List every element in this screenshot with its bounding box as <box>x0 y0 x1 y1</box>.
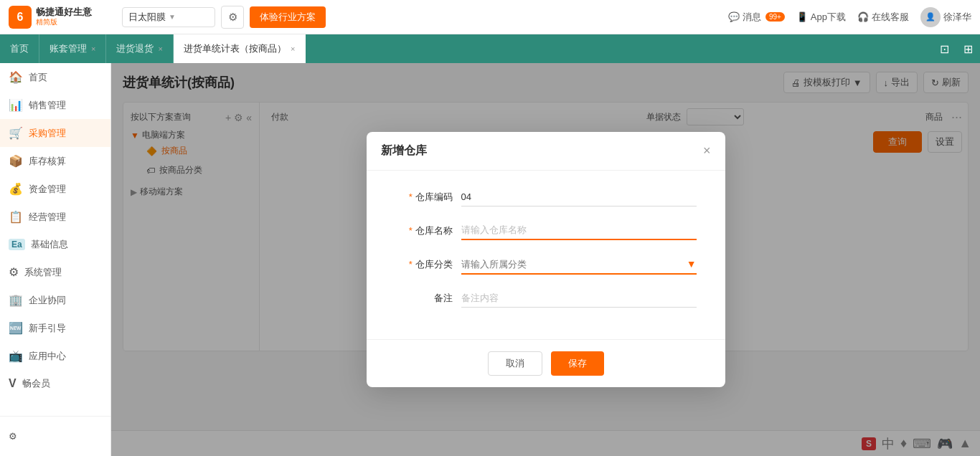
brand-name: 畅捷通好生意 <box>36 6 92 18</box>
note-input[interactable] <box>461 289 697 308</box>
sidebar-item-inventory[interactable]: 📦 库存核算 <box>0 147 110 175</box>
vip-icon: V <box>9 377 17 390</box>
finance-icon: 💰 <box>9 182 23 196</box>
sales-icon: 📊 <box>9 98 23 112</box>
basic-info-icon: Ea <box>9 239 25 250</box>
cancel-button[interactable]: 取消 <box>488 351 542 376</box>
settings-bottom-icon: ⚙ <box>9 431 17 442</box>
sidebar-item-basic-info[interactable]: Ea 基础信息 <box>0 231 110 258</box>
code-input[interactable] <box>461 188 697 206</box>
new-warehouse-modal: 新增仓库 × 仓库编码 仓库名称 仓库 <box>367 132 725 387</box>
sidebar-item-operation-label: 经营管理 <box>29 211 66 224</box>
sidebar-item-app-center-label: 应用中心 <box>29 350 66 363</box>
name-label: 仓库名称 <box>395 224 453 237</box>
guide-icon: 🆕 <box>9 321 23 335</box>
sidebar-item-operation[interactable]: 📋 经营管理 <box>0 203 110 231</box>
app-download-item[interactable]: 📱 App下载 <box>796 11 846 24</box>
user-item[interactable]: 👤 徐泽华 <box>920 7 971 27</box>
tab-purchase-stat-label: 进货单统计表（按商品） <box>184 42 286 55</box>
inventory-icon: 📦 <box>9 154 23 168</box>
tab-bar: 首页 账套管理 × 进货退货 × 进货单统计表（按商品） × ⊡ ⊞ <box>0 34 980 63</box>
modal-header: 新增仓库 × <box>367 132 725 171</box>
tab-right-buttons: ⊡ ⊞ <box>933 42 980 56</box>
tab-home-label: 首页 <box>10 42 29 55</box>
form-row-note: 备注 <box>395 289 697 308</box>
content-area: 进货单统计(按商品) 🖨 按模板打印 ▼ ↓ 导出 ↻ 刷新 <box>111 63 980 456</box>
sidebar-item-finance-label: 资金管理 <box>29 183 66 196</box>
messages-item[interactable]: 💬 消息 99+ <box>728 11 785 24</box>
purchase-icon: 🛒 <box>9 126 23 140</box>
tab-purchase-return-close[interactable]: × <box>158 44 162 53</box>
modal-footer: 取消 保存 <box>367 339 725 387</box>
sidebar-item-system[interactable]: ⚙ 系统管理 <box>0 258 110 286</box>
tab-purchase-return-label: 进货退货 <box>116 42 154 55</box>
name-input[interactable] <box>461 221 697 240</box>
headset-icon: 🎧 <box>857 11 869 22</box>
store-arrow-icon: ▼ <box>169 13 176 21</box>
app-download-icon: 📱 <box>796 11 808 22</box>
tab-purchase-stat[interactable]: 进货单统计表（按商品） × <box>174 34 306 63</box>
sidebar-item-app-center[interactable]: 📺 应用中心 <box>0 342 110 370</box>
home-icon: 🏠 <box>9 70 23 84</box>
sidebar-item-purchase-label: 采购管理 <box>29 127 66 140</box>
message-icon: 💬 <box>728 11 740 22</box>
enterprise-icon: 🏢 <box>9 293 23 307</box>
settings-icon[interactable]: ⚙ <box>221 6 244 29</box>
user-avatar-icon: 👤 <box>925 12 936 22</box>
sidebar-item-guide-label: 新手引导 <box>29 322 66 335</box>
sidebar-item-home-label: 首页 <box>29 71 47 84</box>
sidebar-item-purchase[interactable]: 🛒 采购管理 <box>0 119 110 147</box>
sidebar: 🏠 首页 📊 销售管理 🛒 采购管理 📦 库存核算 💰 资金管理 📋 经营管理 … <box>0 63 111 456</box>
online-service-label: 在线客服 <box>872 11 909 24</box>
sidebar-bottom-settings[interactable]: ⚙ <box>0 424 110 449</box>
note-label: 备注 <box>395 292 453 305</box>
sidebar-item-enterprise-label: 企业协同 <box>29 294 66 307</box>
main-layout: 🏠 首页 📊 销售管理 🛒 采购管理 📦 库存核算 💰 资金管理 📋 经营管理 … <box>0 63 980 456</box>
code-label: 仓库编码 <box>395 191 453 204</box>
store-name: 日太阳膜 <box>128 11 166 24</box>
tab-expand-icon[interactable]: ⊞ <box>956 42 980 56</box>
tab-account-label: 账套管理 <box>50 42 87 55</box>
app-download-label: App下载 <box>811 11 846 24</box>
online-service-item[interactable]: 🎧 在线客服 <box>857 11 909 24</box>
modal-title: 新增仓库 <box>381 143 427 158</box>
tab-restore-icon[interactable]: ⊡ <box>933 42 956 56</box>
app-center-icon: 📺 <box>9 349 23 363</box>
operation-icon: 📋 <box>9 210 23 224</box>
header-right: 💬 消息 99+ 📱 App下载 🎧 在线客服 👤 徐泽华 <box>728 7 971 27</box>
tab-purchase-stat-close[interactable]: × <box>291 44 295 53</box>
sidebar-item-enterprise[interactable]: 🏢 企业协同 <box>0 286 110 314</box>
store-selector[interactable]: 日太阳膜 ▼ <box>122 7 215 27</box>
messages-label: 消息 <box>743 11 761 24</box>
tab-account-close[interactable]: × <box>91 44 95 53</box>
sidebar-item-home[interactable]: 🏠 首页 <box>0 63 110 91</box>
trial-button[interactable]: 体验行业方案 <box>250 6 326 28</box>
sidebar-item-vip[interactable]: V 畅会员 <box>0 370 110 397</box>
form-row-name: 仓库名称 <box>395 221 697 240</box>
sidebar-item-sales-label: 销售管理 <box>29 99 66 112</box>
modal-overlay: 新增仓库 × 仓库编码 仓库名称 仓库 <box>111 63 980 456</box>
sidebar-item-sales[interactable]: 📊 销售管理 <box>0 91 110 119</box>
sidebar-item-finance[interactable]: 💰 资金管理 <box>0 175 110 203</box>
category-dropdown-icon[interactable]: ▼ <box>687 258 697 270</box>
sidebar-bottom: ⚙ <box>0 416 110 456</box>
sidebar-item-inventory-label: 库存核算 <box>29 155 66 168</box>
logo-area: 6 畅捷通好生意 精简版 <box>9 6 116 29</box>
sidebar-item-vip-label: 畅会员 <box>22 377 50 390</box>
message-badge: 99+ <box>765 12 785 22</box>
form-row-category: 仓库分类 ▼ <box>395 255 697 275</box>
tab-home[interactable]: 首页 <box>0 34 39 63</box>
sidebar-item-system-label: 系统管理 <box>24 266 62 279</box>
modal-close-button[interactable]: × <box>703 143 711 158</box>
sidebar-item-basic-info-label: 基础信息 <box>31 238 68 251</box>
brand-sub: 精简版 <box>36 17 92 27</box>
save-button[interactable]: 保存 <box>551 351 604 376</box>
modal-body: 仓库编码 仓库名称 仓库分类 ▼ <box>367 171 725 339</box>
category-input[interactable] <box>461 259 687 270</box>
avatar: 👤 <box>920 7 941 27</box>
tab-purchase-return[interactable]: 进货退货 × <box>106 34 173 63</box>
sidebar-item-guide[interactable]: 🆕 新手引导 <box>0 314 110 342</box>
user-name: 徐泽华 <box>943 11 971 24</box>
logo-icon: 6 <box>9 6 32 29</box>
tab-account[interactable]: 账套管理 × <box>39 34 106 63</box>
